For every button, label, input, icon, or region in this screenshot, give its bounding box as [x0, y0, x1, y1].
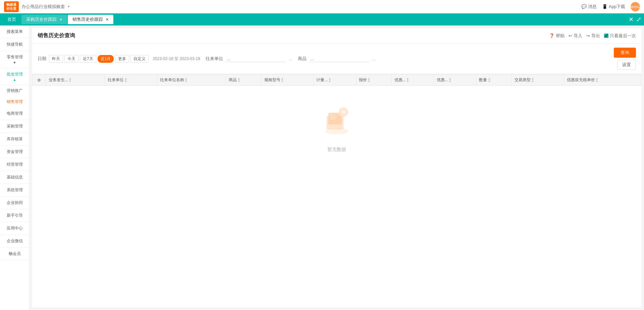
logo: 畅捷通好生意	[4, 1, 19, 12]
sidebar-wholesale-label: 批发管理	[7, 71, 23, 77]
sidebar-wholesale-arrow: ▲	[13, 78, 16, 82]
import-btn[interactable]: ↩ 导入	[569, 33, 582, 39]
partner-dots: ...	[289, 56, 292, 61]
col-unit-sort: ▲▼	[328, 78, 331, 83]
sidebar-item-wholesale[interactable]: 批发管理 ▲	[0, 68, 29, 85]
col-partnername-sort: ▲▼	[185, 78, 187, 83]
partner-label: 往来单位	[206, 56, 223, 62]
top-bar: 畅捷通好生意 办公用品行业模拟账套 ▾ 💬 消息 📱 App下载 demo2	[0, 0, 644, 13]
product-input[interactable]	[309, 55, 370, 62]
sidebar-item-apps[interactable]: 应用中心	[0, 222, 29, 235]
col-unit-header[interactable]: 计量... ▲▼	[314, 74, 356, 86]
sidebar-item-retail[interactable]: 零售管理 ▼	[0, 51, 29, 68]
sidebar-retail-arrow: ▼	[13, 61, 16, 64]
col-date-header[interactable]: 业务发生... ▲▼	[46, 74, 105, 86]
product-label: 商品	[298, 56, 307, 62]
col-disc1-sort: ▲▼	[407, 78, 409, 83]
empty-state: 暂无数据	[32, 86, 641, 173]
col-discount2-header[interactable]: 优惠... ▲▼	[434, 74, 476, 86]
sidebar-item-wechat[interactable]: 企业微信	[0, 235, 29, 248]
date-filter-group: 日期 昨天 今天 近7天 近1月 更多 自定义 2023-02-18 至 202…	[38, 55, 200, 63]
sidebar-item-search[interactable]: 搜索菜单	[0, 25, 29, 38]
page-container: 销售历史价查询 ❓ 帮助 ↩ 导入 ↪ 导出 只看最后一次 日期 昨天	[32, 28, 641, 307]
table-header-row: ⚙ 业务发生... ▲▼ 往来单位 ▲▼	[33, 74, 641, 86]
product-filter-group: 商品 ...	[298, 55, 376, 62]
svg-rect-7	[330, 117, 337, 118]
query-button[interactable]: 查询	[614, 48, 636, 58]
sidebar-item-ecommerce[interactable]: 电商管理	[0, 107, 29, 120]
col-pretax-header[interactable]: 优惠前无税单价 ▲▼	[564, 74, 641, 86]
data-table: ⚙ 业务发生... ▲▼ 往来单位 ▲▼	[32, 74, 641, 86]
col-quote-sort: ▲▼	[368, 78, 370, 83]
col-disc2-sort: ▲▼	[449, 78, 451, 83]
col-quote-header[interactable]: 报价 ▲▼	[356, 74, 391, 86]
date-btn-custom[interactable]: 自定义	[130, 55, 149, 63]
col-type-header[interactable]: 交易类型 ▲▼	[512, 74, 564, 86]
sidebar-item-guide[interactable]: 新手引导	[0, 209, 29, 222]
date-btn-7days[interactable]: 近7天	[80, 55, 96, 63]
sidebar-item-inventory[interactable]: 库存核算	[0, 133, 29, 146]
expand-btn[interactable]: ⤢	[636, 16, 641, 22]
date-btn-1month[interactable]: 近1月	[98, 55, 114, 63]
sidebar-item-finance[interactable]: 资金管理	[0, 146, 29, 158]
col-product-header[interactable]: 商品 ▲▼	[226, 74, 262, 86]
col-date-sort: ▲▼	[69, 78, 71, 83]
sidebar-item-purchase[interactable]: 采购管理	[0, 120, 29, 133]
tab-bar: 首页 采购历史价跟踪 ✕ 销售历史价跟踪 ✕ ✕ ⤢	[0, 13, 644, 25]
col-partner-name-header[interactable]: 往来单位名称 ▲▼	[157, 74, 226, 86]
message-btn[interactable]: 💬 消息	[581, 4, 597, 10]
date-buttons: 昨天 今天 近7天 近1月 更多 自定义	[49, 55, 149, 63]
tab-sales-close[interactable]: ✕	[106, 17, 109, 22]
empty-text: 暂无数据	[327, 147, 346, 153]
sidebar-item-basic[interactable]: 基础信息	[0, 171, 29, 184]
date-btn-today[interactable]: 今天	[64, 55, 78, 63]
tab-purchase-close[interactable]: ✕	[59, 17, 62, 22]
sidebar-nav-label: 快捷导航	[7, 42, 23, 47]
partner-filter-group: 往来单位 ...	[206, 55, 292, 62]
app-download-btn[interactable]: 📱 App下载	[602, 4, 625, 10]
product-dots: ...	[372, 56, 376, 61]
app-title-dropdown[interactable]: ▾	[68, 4, 70, 9]
filter-actions: 查询 设置	[614, 48, 636, 70]
svg-rect-6	[330, 115, 333, 116]
sidebar-item-marketing[interactable]: 营销推广	[0, 85, 29, 96]
last-only-checkbox-label[interactable]: 只看最后一次	[604, 33, 636, 39]
col-product-sort: ▲▼	[237, 78, 240, 83]
help-btn[interactable]: ❓ 帮助	[549, 33, 565, 39]
sidebar-item-nav[interactable]: 快捷导航	[0, 38, 29, 51]
settings-button[interactable]: 设置	[617, 60, 636, 70]
page-title: 销售历史价查询	[38, 32, 75, 39]
col-qty-sort: ▲▼	[488, 78, 490, 83]
partner-input[interactable]	[226, 55, 286, 62]
user-menu[interactable]: demo2	[631, 2, 640, 11]
tab-home[interactable]: 首页	[3, 15, 21, 24]
col-qty-header[interactable]: 数量 ▲▼	[476, 74, 512, 86]
tab-purchase[interactable]: 采购历史价跟踪 ✕	[21, 15, 67, 24]
sidebar: 搜索菜单 快捷导航 零售管理 ▼ 批发管理 ▲ 营销推广 销售管理 电商管理 采…	[0, 25, 30, 310]
svg-rect-8	[330, 119, 335, 119]
col-partner-sort: ▲▼	[124, 78, 127, 83]
sidebar-item-sales-mgmt[interactable]: 销售管理	[0, 96, 29, 107]
col-spec-header[interactable]: 规格型号 ▲▼	[261, 74, 314, 86]
sidebar-item-collab[interactable]: 企业协同	[0, 197, 29, 209]
sidebar-item-operations[interactable]: 经营管理	[0, 158, 29, 171]
tab-sales[interactable]: 销售历史价跟踪 ✕	[68, 15, 113, 24]
tab-actions: ✕ ⤢	[629, 16, 641, 22]
col-discount1-header[interactable]: 优惠... ▲▼	[391, 74, 434, 86]
date-btn-more[interactable]: 更多	[115, 55, 129, 63]
date-btn-yesterday[interactable]: 昨天	[49, 55, 63, 63]
sidebar-item-member[interactable]: 畅会员	[0, 248, 29, 260]
export-btn[interactable]: ↪ 导出	[586, 33, 600, 39]
sidebar-item-system[interactable]: 系统管理	[0, 184, 29, 197]
last-only-checkbox[interactable]	[604, 34, 608, 38]
close-all-tabs-btn[interactable]: ✕	[629, 16, 634, 22]
logo-text: 畅捷通好生意	[6, 3, 16, 11]
sidebar-search-label: 搜索菜单	[7, 29, 23, 35]
col-type-sort: ▲▼	[531, 78, 534, 83]
page-header: 销售历史价查询 ❓ 帮助 ↩ 导入 ↪ 导出 只看最后一次	[32, 28, 641, 44]
sidebar-retail-label: 零售管理	[7, 54, 23, 60]
main-layout: 搜索菜单 快捷导航 零售管理 ▼ 批发管理 ▲ 营销推广 销售管理 电商管理 采…	[0, 25, 644, 310]
col-settings-header[interactable]: ⚙	[33, 74, 46, 86]
col-partner-code-header[interactable]: 往来单位 ▲▼	[105, 74, 157, 86]
avatar: demo2	[631, 2, 640, 11]
